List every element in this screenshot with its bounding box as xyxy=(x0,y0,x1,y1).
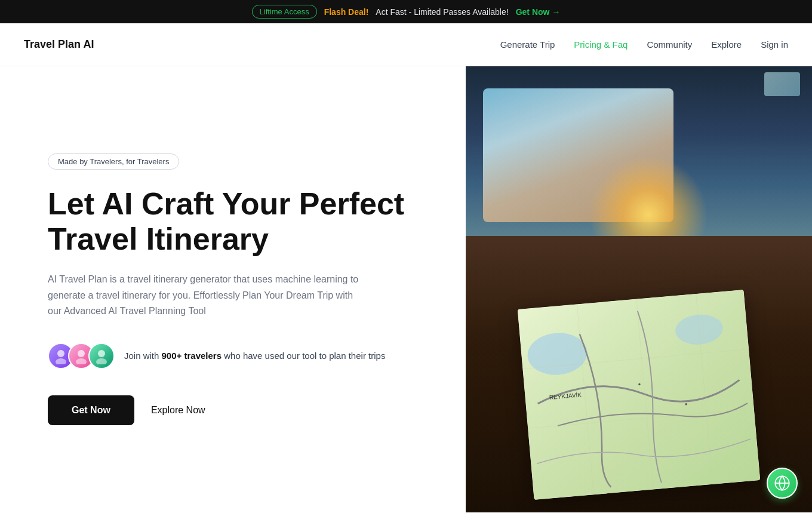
explore-now-button[interactable]: Explore Now xyxy=(151,405,205,416)
nav-link-sign-in[interactable]: Sign in xyxy=(761,39,788,50)
nav-item-pricing-faq[interactable]: Pricing & Faq xyxy=(574,39,628,50)
hero-right: REYKJAVÍK ● ● xyxy=(466,66,812,512)
get-now-button[interactable]: Get Now xyxy=(48,395,134,425)
hero-left: Made by Travelers, for Travelers Let AI … xyxy=(0,66,466,512)
nav-link-explore[interactable]: Explore xyxy=(711,39,742,50)
navbar-links: Generate Trip Pricing & Faq Community Ex… xyxy=(500,39,788,50)
svg-point-3 xyxy=(76,358,87,364)
hero-image: REYKJAVÍK ● ● xyxy=(466,66,812,512)
nav-item-sign-in[interactable]: Sign in xyxy=(761,39,788,50)
nav-link-pricing-faq[interactable]: Pricing & Faq xyxy=(574,39,628,50)
svg-point-4 xyxy=(98,350,105,357)
svg-point-0 xyxy=(57,350,64,357)
avatar-stack xyxy=(48,343,115,369)
nav-item-explore[interactable]: Explore xyxy=(711,39,742,50)
avatar-3 xyxy=(88,343,115,369)
made-by-badge: Made by Travelers, for Travelers xyxy=(48,153,179,170)
nav-item-community[interactable]: Community xyxy=(647,39,692,50)
flash-deal-label: Flash Deal! xyxy=(324,7,369,17)
cta-row: Get Now Explore Now xyxy=(48,395,418,425)
svg-point-2 xyxy=(78,350,85,357)
lifetime-badge[interactable]: Liftime Access xyxy=(252,5,317,19)
nav-item-generate-trip[interactable]: Generate Trip xyxy=(500,39,555,50)
main-content: Made by Travelers, for Travelers Let AI … xyxy=(0,66,812,512)
join-text-after: who have used our tool to plan their tri… xyxy=(222,351,385,361)
hero-description: AI Travel Plan is a travel itinerary gen… xyxy=(48,272,364,319)
flash-deal-text: Act Fast - Limited Passes Available! xyxy=(376,7,508,17)
traveler-count: 900+ travelers xyxy=(162,351,222,361)
travelers-row: Join with 900+ travelers who have used o… xyxy=(48,343,418,369)
svg-line-13 xyxy=(577,304,593,494)
join-text-before: Join with xyxy=(124,351,162,361)
nav-link-generate-trip[interactable]: Generate Trip xyxy=(500,39,555,50)
globe-chat-button[interactable] xyxy=(767,468,798,499)
banner-get-now-link[interactable]: Get Now xyxy=(516,7,561,17)
navbar: Travel Plan AI Generate Trip Pricing & F… xyxy=(0,23,812,66)
svg-text:●: ● xyxy=(638,381,641,386)
nav-link-community[interactable]: Community xyxy=(647,39,692,50)
svg-point-5 xyxy=(96,358,107,364)
svg-text:●: ● xyxy=(684,401,688,407)
svg-line-14 xyxy=(636,299,653,489)
top-banner: Liftime Access Flash Deal! Act Fast - Li… xyxy=(0,0,812,23)
travelers-text: Join with 900+ travelers who have used o… xyxy=(124,349,385,363)
svg-point-1 xyxy=(56,358,66,364)
navbar-logo: Travel Plan AI xyxy=(24,38,94,51)
hero-title: Let AI Craft Your Perfect Travel Itinera… xyxy=(48,186,406,258)
svg-point-6 xyxy=(526,330,589,377)
map-image: REYKJAVÍK ● ● xyxy=(518,290,760,500)
